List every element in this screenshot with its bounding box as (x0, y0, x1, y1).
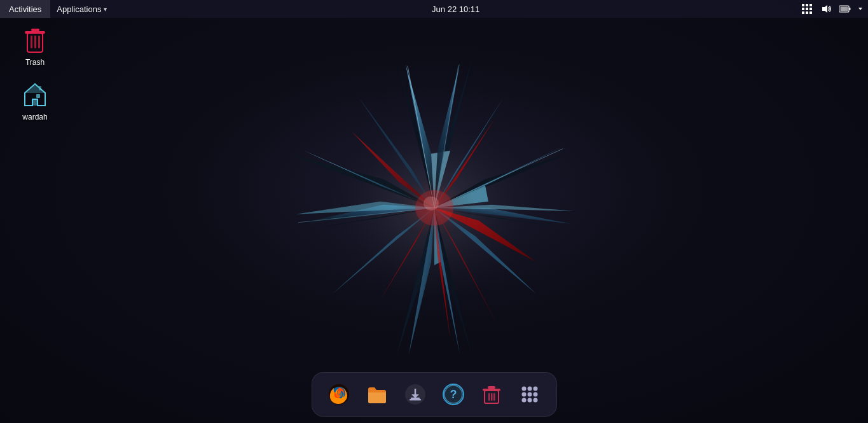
dock-help[interactable]: ? (437, 378, 470, 411)
svg-marker-49 (822, 5, 827, 13)
datetime-display[interactable]: Jun 22 10:11 (432, 4, 479, 14)
svg-point-67 (336, 391, 342, 398)
svg-rect-62 (32, 99, 38, 106)
panel-left: Activities Applications ▾ (0, 0, 113, 18)
wardah-desktop-icon[interactable]: wardah (10, 77, 60, 125)
svg-rect-44 (806, 8, 808, 10)
svg-point-86 (527, 392, 532, 397)
battery-icon[interactable] (836, 0, 854, 18)
svg-point-83 (527, 387, 532, 391)
svg-rect-45 (809, 8, 812, 10)
svg-point-89 (527, 398, 532, 403)
dock-firefox[interactable] (322, 378, 355, 411)
applications-dropdown-arrow: ▾ (104, 6, 107, 13)
trash-desktop-icon[interactable]: Trash (10, 22, 60, 71)
dock-install[interactable] (399, 378, 432, 411)
svg-rect-63 (36, 94, 40, 98)
svg-rect-51 (850, 8, 851, 10)
svg-point-82 (521, 387, 526, 391)
desktop-wallpaper-art (269, 26, 600, 382)
svg-point-87 (533, 392, 537, 397)
svg-point-85 (521, 392, 526, 397)
dock-trash[interactable] (475, 378, 508, 411)
svg-rect-46 (802, 11, 804, 14)
svg-marker-53 (858, 8, 862, 10)
sound-icon[interactable] (817, 0, 835, 18)
svg-rect-43 (802, 8, 804, 10)
svg-marker-61 (25, 84, 45, 93)
system-menu-arrow[interactable] (855, 0, 865, 18)
applications-button[interactable]: Applications ▾ (50, 0, 113, 18)
svg-rect-52 (841, 7, 848, 11)
svg-rect-59 (31, 29, 39, 31)
svg-point-84 (533, 387, 537, 391)
top-panel: Activities Applications ▾ Jun 22 10:11 (0, 0, 868, 18)
svg-text:?: ? (450, 388, 457, 401)
svg-rect-81 (488, 386, 495, 389)
applications-label: Applications (57, 4, 101, 14)
taskbar-dock: ? (312, 372, 557, 417)
svg-rect-55 (31, 36, 32, 48)
svg-point-90 (533, 398, 537, 403)
activities-button[interactable]: Activities (0, 0, 50, 18)
panel-right (798, 0, 868, 18)
svg-rect-41 (806, 4, 808, 6)
desktop-background (0, 0, 868, 423)
dock-files[interactable] (361, 378, 394, 411)
svg-rect-40 (802, 4, 804, 6)
svg-rect-58 (25, 31, 45, 34)
trash-icon-label: Trash (25, 58, 45, 67)
home-icon-graphic (20, 81, 50, 110)
desktop-icons-area: Trash wardah (10, 22, 60, 125)
svg-rect-42 (809, 4, 812, 6)
svg-rect-47 (806, 11, 808, 14)
wardah-icon-label: wardah (22, 113, 47, 121)
svg-point-88 (521, 398, 526, 403)
panel-center: Jun 22 10:11 (113, 4, 798, 14)
trash-icon-graphic (20, 26, 50, 55)
dock-show-apps[interactable] (513, 378, 546, 411)
network-icon[interactable] (798, 0, 816, 18)
svg-rect-80 (483, 389, 500, 391)
svg-rect-56 (34, 36, 36, 48)
svg-rect-79 (493, 393, 495, 401)
svg-rect-57 (38, 36, 40, 48)
svg-rect-78 (491, 393, 493, 401)
svg-rect-48 (809, 11, 812, 14)
svg-rect-77 (488, 393, 490, 401)
svg-rect-64 (39, 86, 41, 90)
svg-rect-72 (410, 399, 421, 401)
